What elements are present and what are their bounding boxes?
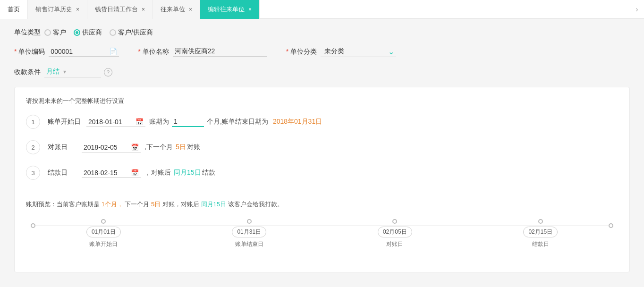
tab-edit-partner-unit[interactable]: 编辑往来单位 ×: [200, 0, 260, 19]
preview-highlight-1: 1个月，: [102, 201, 123, 208]
tab-sales-history-label: 销售订单历史: [35, 5, 72, 14]
calendar-icon[interactable]: 📅: [136, 118, 144, 126]
panel-description: 请按照未来的一个完整帐期进行设置: [26, 97, 618, 105]
unit-code-field: 单位编码 📄: [14, 47, 119, 57]
timeline-item-1: 01月01日 账单开始日: [31, 219, 177, 248]
radio-customer-supplier-label: 客户/供应商: [118, 28, 153, 37]
payment-date-wrap: 📅: [82, 168, 141, 178]
payment-terms-value: 月结: [46, 68, 59, 76]
tab-cash-workbench-label: 钱货日清工作台: [95, 5, 138, 14]
help-icon[interactable]: ?: [104, 68, 112, 76]
tab-partner-unit[interactable]: 往来单位 ×: [153, 0, 200, 19]
reconcile-highlight: 5日: [176, 143, 186, 152]
unit-type-field: 单位类型 客户 供应商 客户/供应商: [14, 28, 153, 37]
timeline-dot-4: [538, 219, 543, 224]
row-num-2: 2: [26, 140, 40, 154]
timeline-item-2: 01月31日 账单结束日: [177, 219, 322, 248]
period-text-3b: 结款: [202, 169, 215, 177]
unit-name-field: 单位名称: [138, 47, 267, 57]
payment-terms-field: 收款条件 月结 ▾ ?: [14, 67, 112, 77]
radio-customer[interactable]: 客户: [44, 28, 66, 37]
period-text-3a: ，对账后: [144, 169, 171, 177]
tab-edit-partner-unit-label: 编辑往来单位: [208, 5, 245, 14]
close-icon[interactable]: ×: [142, 7, 145, 12]
unit-code-input[interactable]: [51, 48, 107, 55]
chevron-down-icon: ▾: [63, 68, 66, 75]
timeline-item-4: 02月15日 结款日: [468, 219, 614, 248]
tab-home[interactable]: 首页: [0, 0, 28, 19]
period-months-wrap: [172, 117, 204, 127]
period-text-1b: 个月,账单结束日期为: [207, 118, 268, 126]
radio-customer-supplier-circle: [110, 29, 116, 36]
period-row-2: 2 对账日 📅 ,下一个月 5日 对账: [26, 140, 618, 154]
preview-text: 账期预览：当前客户账期是 1个月， 下一个月 5日 对账，对账后 同月15日 该…: [26, 199, 618, 210]
period-label-2: 对账日: [48, 143, 76, 152]
tab-home-label: 首页: [8, 5, 20, 14]
preview-highlight-2: 5日: [151, 201, 161, 208]
radio-customer-label: 客户: [53, 28, 66, 37]
timeline-label-2: 账单结束日: [235, 240, 263, 248]
main-content: 单位类型 客户 供应商 客户/供应商 单位编码: [0, 19, 644, 287]
radio-customer-circle: [44, 29, 51, 36]
preview-label: 账期预览：当前客户账期是: [26, 201, 100, 208]
radio-supplier-circle: [74, 29, 80, 36]
start-date-input[interactable]: [88, 118, 136, 126]
payment-terms-label: 收款条件: [14, 68, 41, 76]
unit-category-select[interactable]: 未分类 ⌄: [321, 46, 396, 57]
unit-info-row: 单位编码 📄 单位名称 单位分类 未分类 ⌄: [14, 46, 630, 57]
period-text-2b: 对账: [187, 143, 200, 152]
unit-type-label: 单位类型: [14, 28, 41, 37]
tab-sales-history[interactable]: 销售订单历史 ×: [28, 0, 87, 19]
timeline-badge-3: 02月05日: [378, 227, 412, 237]
period-months-input[interactable]: [174, 118, 202, 125]
timeline-badge-1: 01月01日: [86, 227, 121, 237]
chevron-down-icon: ⌄: [388, 47, 394, 56]
calendar-icon[interactable]: 📄: [109, 48, 117, 55]
radio-supplier[interactable]: 供应商: [74, 28, 102, 37]
timeline-label-1: 账单开始日: [89, 240, 118, 248]
tabs-scroll-arrow[interactable]: ›: [630, 0, 644, 19]
period-row-1: 1 账单开始日 📅 账期为 个月,账单结束日期为 2018年01月31日: [26, 115, 618, 129]
period-panel: 请按照未来的一个完整帐期进行设置 1 账单开始日 📅 账期为 个月,账单结束日期…: [14, 87, 630, 272]
timeline-badge-2: 01月31日: [232, 227, 266, 237]
close-icon[interactable]: ×: [248, 7, 252, 12]
unit-name-label: 单位名称: [138, 48, 169, 56]
calendar-icon[interactable]: 📅: [131, 144, 139, 151]
tab-cash-workbench[interactable]: 钱货日清工作台 ×: [87, 0, 153, 19]
period-row-3: 3 结款日 📅 ，对账后 同月15日 结款: [26, 166, 618, 180]
unit-name-input[interactable]: [173, 47, 267, 57]
timeline-item-3: 02月05日 对账日: [322, 219, 468, 248]
timeline-container: 01月01日 账单开始日 01月31日 账单结束日 02月05日 对账日: [26, 219, 618, 262]
unit-code-input-wrap: 📄: [49, 47, 119, 57]
tabs-bar: 首页 销售订单历史 × 钱货日清工作台 × 往来单位 × 编辑往来单位 × ›: [0, 0, 644, 19]
timeline-label-3: 对账日: [386, 240, 403, 248]
unit-code-label: 单位编码: [14, 48, 45, 56]
payment-terms-row: 收款条件 月结 ▾ ?: [14, 67, 630, 77]
radio-supplier-label: 供应商: [82, 28, 102, 37]
period-text-1a: 账期为: [149, 118, 169, 126]
tab-partner-unit-label: 往来单位: [161, 5, 185, 14]
timeline-dot-3: [392, 219, 397, 224]
close-icon[interactable]: ×: [76, 7, 79, 12]
timeline-dot-1: [101, 219, 106, 224]
calendar-icon[interactable]: 📅: [131, 169, 139, 177]
radio-customer-supplier[interactable]: 客户/供应商: [110, 28, 153, 37]
unit-category-value: 未分类: [324, 47, 392, 56]
unit-category-label: 单位分类: [286, 48, 317, 56]
preview-highlight-3: 同月15日: [201, 201, 226, 208]
timeline-badge-4: 02月15日: [523, 227, 558, 237]
timeline-label-4: 结款日: [532, 240, 549, 248]
start-date-wrap: 📅: [86, 117, 145, 127]
payment-date-input[interactable]: [84, 169, 131, 177]
period-end-date: 2018年01月31日: [273, 118, 322, 126]
preview-section: 账期预览：当前客户账期是 1个月， 下一个月 5日 对账，对账后 同月15日 该…: [26, 191, 618, 210]
payment-terms-select[interactable]: 月结 ▾: [44, 67, 101, 77]
timeline-items: 01月01日 账单开始日 01月31日 账单结束日 02月05日 对账日: [31, 219, 613, 248]
row-num-1: 1: [26, 115, 40, 129]
timeline-dot-2: [247, 219, 252, 224]
close-icon[interactable]: ×: [189, 7, 192, 12]
unit-type-row: 单位类型 客户 供应商 客户/供应商: [14, 28, 630, 37]
reconcile-date-wrap: 📅: [82, 143, 141, 152]
reconcile-date-input[interactable]: [84, 144, 131, 151]
unit-category-field: 单位分类 未分类 ⌄: [286, 46, 396, 57]
